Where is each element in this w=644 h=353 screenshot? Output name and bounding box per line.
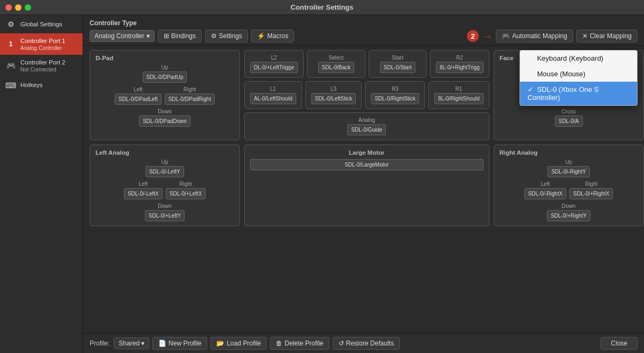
r1-section: R1 8L-0/RightShould [428, 81, 489, 109]
dpad-down-btn[interactable]: SDL-0/DPadDown [139, 116, 191, 127]
la-right-btn[interactable]: SDL-0/+LeftX [166, 188, 206, 199]
r3-btn[interactable]: SDL-0/RightStick [371, 93, 419, 104]
r3-label: R3 [392, 86, 399, 92]
maximize-window-btn[interactable] [25, 4, 31, 11]
l1-section: L1 AL-0/LeftShould [244, 81, 302, 109]
sidebar-label-port2: Controller Port 2 [20, 59, 65, 67]
new-profile-button[interactable]: 📄 New Profile [152, 337, 207, 350]
right-analog-section: Right Analog Up SDL-0/-RightY Left SDL-0… [494, 145, 644, 226]
left-analog-section: Left Analog Up SDL-0/-LeftY Left SDL-0/-… [90, 145, 240, 226]
r1-btn[interactable]: 8L-0/RightShould [434, 93, 483, 104]
l1-btn[interactable]: AL-0/LeftShould [250, 93, 296, 104]
dropdown-label-sdl: SDL-0 (Xbox One S Controller) [528, 85, 599, 102]
clear-mapping-button[interactable]: ✕ Clear Mapping [576, 30, 638, 42]
ra-down-group: Down SDL-0/+RightY [547, 203, 590, 221]
dpad-left-btn[interactable]: SDL-0/DPadLeft [115, 93, 162, 105]
controller-select-value: Analog Controller [94, 32, 144, 40]
load-profile-button[interactable]: 📂 Load Profile [210, 337, 267, 350]
sidebar-item-hotkeys[interactable]: ⌨ Hotkeys [0, 76, 83, 95]
delete-profile-label: Delete Profile [284, 340, 323, 347]
analog-label: Analog [250, 117, 484, 123]
close-window-btn[interactable] [5, 4, 12, 11]
select-btn[interactable]: SDL-0/Back [318, 62, 354, 73]
chevron-down-icon: ▾ [147, 32, 150, 40]
bottom-bar: Profile: Shared ▾ 📄 New Profile 📂 Load P… [83, 333, 644, 353]
sidebar-item-port2[interactable]: 🎮 Controller Port 2 Not Connected [0, 55, 83, 76]
triggers-row: L2 DL-0/+LeftTrigge Select SDL-0/Back St… [244, 50, 489, 78]
settings-label: Settings [219, 32, 242, 40]
la-right-label: Right [179, 181, 192, 187]
analog-btn[interactable]: SDL-0/Guide [347, 124, 386, 135]
keyboard-icon: ⌨ [5, 80, 16, 91]
select-section: Select SDL-0/Back [307, 50, 365, 78]
macros-tab[interactable]: ⚡ Macros [251, 30, 294, 42]
shoulders-row: L1 AL-0/LeftShould L3 SDL-0/LeftStick R3… [244, 81, 489, 109]
select-label: Select [328, 55, 343, 61]
r2-section: R2 8L-0/+RightTrigg [430, 50, 489, 78]
restore-defaults-button[interactable]: ↺ Restore Defaults [333, 337, 400, 350]
dropdown-item-keyboard[interactable]: Keyboard (Keyboard) [520, 51, 637, 66]
la-down-label: Down [158, 203, 172, 209]
ra-left-label: Left [541, 181, 550, 187]
minimize-window-btn[interactable] [15, 4, 21, 11]
la-down-btn[interactable]: SDL-0/+LeftY [145, 210, 185, 221]
auto-mapping-button[interactable]: 🎮 Automatic Mapping [496, 30, 573, 42]
dpad-up-label: Up [162, 64, 169, 70]
settings-tab[interactable]: ⚙ Settings [205, 30, 248, 42]
large-motor-btn[interactable]: SDL-0/LargeMotor [250, 159, 484, 170]
sidebar-item-global[interactable]: ⚙ Global Settings [0, 15, 83, 33]
controller-type-select[interactable]: Analog Controller ▾ [90, 30, 155, 42]
dropdown-label-keyboard: Keyboard (Keyboard) [537, 54, 604, 62]
dropdown-item-mouse[interactable]: Mouse (Mouse) [520, 66, 637, 82]
start-btn[interactable]: SDL-0/Start [380, 62, 415, 73]
load-profile-label: Load Profile [226, 340, 261, 347]
window-title: Controller Settings [290, 3, 353, 11]
gear-icon: ⚙ [5, 19, 16, 30]
l3-section: L3 SDL-0/LeftStick [305, 81, 362, 109]
la-up-btn[interactable]: SDL-0/-LeftY [145, 166, 184, 177]
la-left-btn[interactable]: SDL-0/-LeftX [124, 188, 163, 199]
r2-btn[interactable]: 8L-0/+RightTrigg [436, 62, 483, 73]
profile-chevron-icon: ▾ [141, 340, 144, 347]
title-bar: Controller Settings [0, 0, 644, 15]
arrow-right-icon: → [482, 30, 493, 42]
dpad-right-btn[interactable]: SDL-0/DPadRight [165, 93, 215, 105]
ra-down-btn[interactable]: SDL-0/+RightY [547, 210, 590, 221]
macros-icon: ⚡ [257, 32, 265, 40]
bindings-label: Bindings [171, 32, 196, 40]
shared-label: Shared [119, 340, 140, 347]
ra-right-btn[interactable]: SDL-0/+RightX [569, 188, 613, 199]
content-area: Controller Type Analog Controller ▾ ⊞ Bi… [83, 15, 644, 353]
l2-btn[interactable]: DL-0/+LeftTrigge [250, 62, 298, 73]
large-motor-title: Large Motor [250, 149, 484, 156]
l2-section: L2 DL-0/+LeftTrigge [244, 50, 304, 78]
controller2-icon: 🎮 [5, 60, 16, 71]
sidebar-sublabel-port1: Analog Controller [20, 45, 65, 51]
close-button[interactable]: Close [601, 337, 638, 350]
large-motor-section: Large Motor SDL-0/LargeMotor [244, 145, 489, 226]
new-profile-icon: 📄 [158, 340, 166, 347]
r3-section: R3 SDL-0/RightStick [365, 81, 425, 109]
settings-icon: ⚙ [211, 32, 217, 40]
dpad-left-label: Left [134, 87, 143, 92]
dpad-down-label: Down [158, 109, 172, 114]
ra-left-btn[interactable]: SDL-0/-RightX [524, 188, 566, 199]
load-profile-icon: 📂 [216, 340, 224, 347]
dpad-up-group: Up SDL-0/DPadUp [143, 64, 187, 83]
right-analog-title: Right Analog [500, 149, 638, 156]
delete-profile-button[interactable]: 🗑 Delete Profile [270, 337, 329, 350]
dpad-up-btn[interactable]: SDL-0/DPadUp [143, 71, 187, 83]
controller-dropdown: Keyboard (Keyboard) Mouse (Mouse) ✓ SDL-… [519, 50, 638, 106]
sidebar-item-port1[interactable]: 1 Controller Port 1 Analog Controller [0, 33, 83, 55]
cross-btn[interactable]: SDL-0/A [555, 116, 583, 127]
ra-up-btn[interactable]: SDL-0/-RightY [547, 166, 589, 177]
la-right-group: Right SDL-0/+LeftX [166, 181, 206, 199]
profile-select[interactable]: Shared ▾ [114, 337, 149, 349]
dropdown-item-sdl[interactable]: ✓ SDL-0 (Xbox One S Controller) [520, 82, 637, 105]
profile-label: Profile: [90, 340, 109, 347]
controller-type-label: Controller Type [83, 15, 644, 27]
bindings-tab[interactable]: ⊞ Bindings [158, 30, 202, 42]
dpad-right-label: Right [184, 87, 196, 92]
l3-btn[interactable]: SDL-0/LeftStick [311, 93, 356, 104]
r2-label: R2 [456, 55, 463, 61]
